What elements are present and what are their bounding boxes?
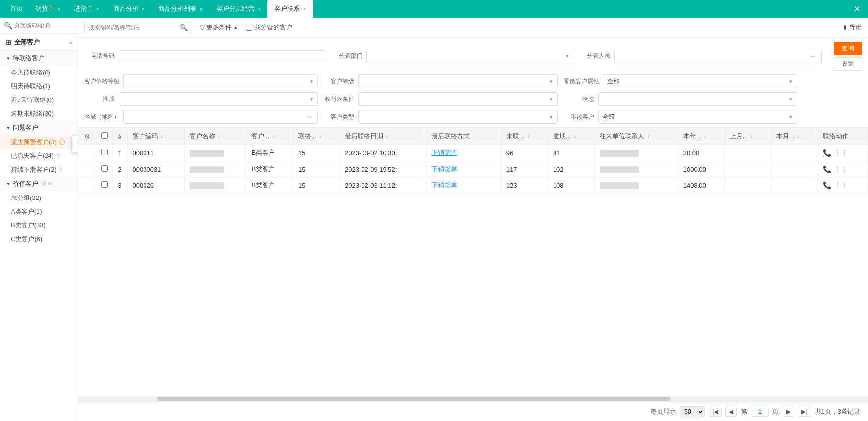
sidebar-item-7days[interactable]: 近7天待联络(0) <box>0 93 78 107</box>
nature-select[interactable]: ▼ <box>119 92 318 106</box>
sidebar-item-today[interactable]: 今天待联络(0) <box>0 66 78 79</box>
sidebar-item-class-c[interactable]: C类客户(6) <box>0 232 78 246</box>
col-code[interactable]: 客户编码 ↕ <box>127 128 184 145</box>
cell-this-year-0: 30.00 <box>678 145 724 161</box>
phone-input[interactable] <box>119 50 326 62</box>
contact-icon-0[interactable]: 📞 <box>823 149 831 157</box>
first-page-btn[interactable]: |◀ <box>709 407 722 417</box>
sidebar-search-input[interactable] <box>14 22 74 29</box>
tab-product-analysis[interactable]: 商品分析 × <box>106 0 151 18</box>
zero-attr-select[interactable]: 全部 ▼ <box>603 74 797 88</box>
cell-action-2[interactable]: 📞 ⋮⋮ <box>818 177 868 194</box>
tab-customer-layer[interactable]: 客户分层经营 × <box>210 0 267 18</box>
cell-checkbox-0[interactable] <box>96 145 113 161</box>
col-last-method[interactable]: 最后联络方式 ↕ <box>427 128 502 145</box>
cell-last-method-1[interactable]: 下销货单 <box>427 161 502 177</box>
col-this-month[interactable]: 本月... ↕ <box>772 128 818 145</box>
last-page-btn[interactable]: ▶| <box>798 407 811 417</box>
tab-home[interactable]: 首页 <box>4 0 28 18</box>
more-conditions-btn[interactable]: ▽ 更多条件 ▲ <box>196 22 242 33</box>
contact-icon-1[interactable]: 📞 <box>823 165 831 173</box>
zero-customer-select[interactable]: 全部 ▼ <box>598 110 797 124</box>
my-customers-checkbox[interactable] <box>246 25 252 31</box>
sidebar-item-tomorrow[interactable]: 明天待联络(1) <box>0 79 78 93</box>
sidebar-item-overdue-contact[interactable]: 逾期未联络(30) <box>0 107 78 121</box>
tab-purchase-label: 进货单 <box>74 4 93 13</box>
col-overdue[interactable]: 逾期... ↕ <box>548 128 594 145</box>
sidebar-group-pending-title[interactable]: ▼ 待联络客户 <box>0 51 78 66</box>
cell-checkbox-2[interactable] <box>96 177 113 194</box>
sidebar-item-class-b[interactable]: B类客户(33) <box>0 219 78 232</box>
person-ellipsis[interactable]: ··· <box>809 53 818 60</box>
price-level-select[interactable]: ▼ <box>123 74 318 88</box>
search-btn-icon[interactable]: 🔍 <box>179 24 188 31</box>
prev-page-btn[interactable]: ◀ <box>725 407 737 417</box>
current-page-input[interactable] <box>751 407 769 417</box>
sidebar-item-churn-warning[interactable]: 流失预警客户(3) ⓘ <box>0 135 78 149</box>
tab-customer-contact[interactable]: 客户联系 × <box>267 0 313 18</box>
cell-settings-0 <box>78 145 96 161</box>
close-tab-sales[interactable]: × <box>57 6 60 12</box>
customer-type-select[interactable]: ▼ <box>358 110 557 124</box>
edit-icon-value[interactable]: ✏ <box>48 180 53 187</box>
customer-level-select[interactable]: ▼ <box>358 74 557 88</box>
status-label: 状态 <box>564 95 598 103</box>
region-select[interactable]: ··· <box>123 110 318 124</box>
export-btn[interactable]: ⬆ 导出 <box>843 23 862 32</box>
region-ellipsis[interactable]: ··· <box>305 113 313 120</box>
contact-icon-2[interactable]: 📞 <box>823 181 831 189</box>
col-name[interactable]: 客户名称 ↕ <box>184 128 246 145</box>
close-tab-customer-contact[interactable]: × <box>303 6 306 12</box>
horizontal-scrollbar[interactable] <box>78 396 868 402</box>
cell-overdue-0: 81 <box>548 145 594 161</box>
next-page-btn[interactable]: ▶ <box>783 407 794 417</box>
close-tab-purchase[interactable]: × <box>96 6 99 12</box>
close-tab-customer-layer[interactable]: × <box>258 6 261 12</box>
col-not-contacted[interactable]: 未联... ↕ <box>501 128 548 145</box>
col-last-date[interactable]: 最后联络日期 ↕ <box>340 128 427 145</box>
more-action-icon-2[interactable]: ⋮⋮ <box>834 181 848 189</box>
top-nav-close[interactable]: ✕ <box>850 4 864 14</box>
query-button[interactable]: 查询 <box>834 42 862 55</box>
sidebar-item-ungrouped[interactable]: 未分组(32) <box>0 191 78 205</box>
col-last-month[interactable]: 上月... ↕ <box>724 128 771 145</box>
tab-product-list[interactable]: 商品分析列表 × <box>151 0 209 18</box>
cell-last-method-0[interactable]: 下销货单 <box>427 145 502 161</box>
per-page-select[interactable]: 50 100 200 <box>680 406 705 417</box>
sidebar-item-already-churned[interactable]: 已流失客户(24) ? <box>0 149 78 163</box>
cell-checkbox-1[interactable] <box>96 161 113 177</box>
sidebar-group-problem-title[interactable]: ▼ 问题客户 <box>0 121 78 135</box>
scrollbar-thumb[interactable] <box>157 397 671 401</box>
select-all-checkbox[interactable] <box>101 132 108 139</box>
payment-select[interactable]: ▼ <box>358 92 557 106</box>
tab-purchase[interactable]: 进货单 × <box>67 0 106 18</box>
cell-action-0[interactable]: 📞 ⋮⋮ <box>818 145 868 161</box>
sidebar-item-declining[interactable]: 持续下滑客户(2) ? <box>0 163 78 176</box>
settings-button[interactable]: 设置 <box>834 57 862 71</box>
col-unit-contact[interactable]: 往来单位联系人 ↕ <box>595 128 678 145</box>
sidebar-group-value-title[interactable]: ▼ 价值客户 ↺ ✏ <box>0 176 78 191</box>
sidebar-all-customers[interactable]: ⊞ 全部客户 « <box>0 34 78 51</box>
search-input[interactable] <box>89 24 177 31</box>
col-settings[interactable]: ⚙ <box>78 128 96 145</box>
dept-select[interactable]: ▼ <box>366 50 574 63</box>
cell-last-method-2[interactable]: 下销货单 <box>427 177 502 194</box>
more-action-icon-0[interactable]: ⋮⋮ <box>834 149 848 157</box>
col-type[interactable]: 客户... ↕ <box>246 128 293 145</box>
cell-contact-2: 15 <box>293 177 339 194</box>
filter-field-dept: 分管部门 ▼ <box>332 50 574 63</box>
person-select[interactable]: ··· <box>614 50 822 63</box>
close-tab-product-analysis[interactable]: × <box>142 6 145 12</box>
status-select[interactable]: ▼ <box>598 92 797 106</box>
cell-action-1[interactable]: 📞 ⋮⋮ <box>818 161 868 177</box>
tab-sales[interactable]: 销货单 × <box>28 0 67 18</box>
more-action-icon-1[interactable]: ⋮⋮ <box>834 165 848 173</box>
col-this-year[interactable]: 本年... ↕ <box>678 128 724 145</box>
my-customers-checkbox-label[interactable]: 我分管的客户 <box>246 23 292 32</box>
close-tab-product-list[interactable]: × <box>199 6 202 12</box>
refresh-icon-value[interactable]: ↺ <box>41 180 46 187</box>
col-checkbox[interactable] <box>96 128 113 145</box>
sidebar-item-class-a[interactable]: A类客户(1) <box>0 205 78 219</box>
tab-customer-layer-label: 客户分层经营 <box>217 4 255 13</box>
col-contact[interactable]: 联络... ↕ <box>293 128 339 145</box>
